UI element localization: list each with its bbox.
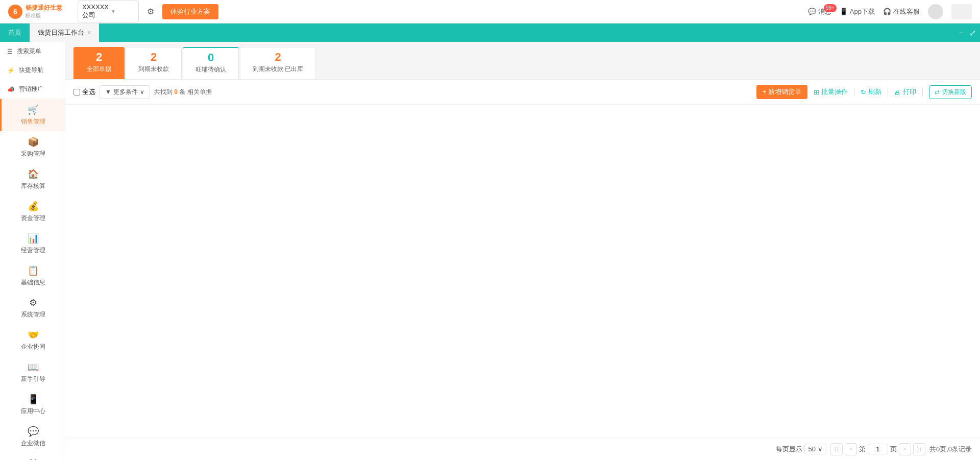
page-content: 2 全部单据 2 到期未收款 0 旺辅待确认 2 到期未收款 已出库: [65, 42, 980, 460]
batch-operation-button[interactable]: ⊞ 批量操作: [814, 87, 848, 96]
inventory-icon: 🏠: [28, 168, 39, 180]
page-size-selector: 每页显示 50 ∨: [776, 444, 826, 454]
page-number-input[interactable]: [868, 444, 888, 454]
sidebar-item-sales[interactable]: 🛒 销售管理: [0, 99, 65, 131]
stat-label-overdue: 到期未收款: [138, 65, 169, 74]
sidebar-item-member[interactable]: V 畅会员: [0, 453, 65, 460]
stat-num-overdue-shipped: 2: [275, 52, 281, 63]
sidebar-item-search-menu[interactable]: ☰ 搜索菜单: [0, 42, 65, 61]
page-navigation: ⟨⟨ ＜ 第 页 ＞ ⟩⟩: [830, 443, 925, 455]
found-count: 0: [174, 88, 178, 95]
online-service-button[interactable]: 🎧 在线客服: [883, 7, 920, 16]
logo-area: 6 畅捷通好生意 标准版: [8, 4, 74, 19]
company-selector[interactable]: XXXXXX公司 ▼: [78, 1, 139, 22]
sidebar-item-wechat[interactable]: 💬 企业微信: [0, 421, 65, 453]
message-icon: 💬: [808, 8, 816, 15]
sidebar: ☰ 搜索菜单 ⚡ 快捷导航 📣 营销推广 🛒 销售管理 📦 采购管理 🏠 库存核…: [0, 42, 65, 460]
sidebar-item-quick-nav[interactable]: ⚡ 快捷导航: [0, 61, 65, 80]
messages-button[interactable]: 💬 消息 99+: [808, 7, 831, 16]
stat-num-all: 2: [96, 52, 102, 63]
download-icon: 📱: [840, 8, 848, 15]
stat-label-all: 全部单据: [87, 65, 111, 74]
main-layout: ☰ 搜索菜单 ⚡ 快捷导航 📣 营销推广 🛒 销售管理 📦 采购管理 🏠 库存核…: [0, 42, 980, 460]
page-size-dropdown[interactable]: 50 ∨: [804, 444, 826, 454]
batch-icon: ⊞: [814, 88, 819, 96]
filter-button[interactable]: ▼ 更多条件 ∨: [100, 85, 150, 99]
logo-text: 畅捷通好生意 标准版: [26, 4, 62, 19]
content-area: 2 全部单据 2 到期未收款 0 旺辅待确认 2 到期未收款 已出库: [65, 42, 980, 460]
settings-button[interactable]: ⚙: [143, 4, 158, 19]
stats-tabs: 2 全部单据 2 到期未收款 0 旺辅待确认 2 到期未收款 已出库: [65, 42, 980, 80]
member-icon: V: [30, 458, 36, 460]
enterprise-icon: 🤝: [28, 329, 39, 341]
stat-num-overdue: 2: [151, 52, 157, 63]
page-last-button[interactable]: ⟩⟩: [913, 443, 925, 455]
sidebar-item-finance[interactable]: 💰 资金管理: [0, 196, 65, 228]
avatar[interactable]: [928, 4, 943, 19]
user-name[interactable]: [951, 4, 972, 19]
finance-icon: 💰: [28, 201, 39, 212]
top-header: 6 畅捷通好生意 标准版 XXXXXX公司 ▼ ⚙ 体验行业方案 💬 消息 99…: [0, 0, 980, 23]
stat-num-wangfu: 0: [208, 52, 214, 63]
stat-tab-overdue-shipped[interactable]: 2 到期未收款 已出库: [240, 47, 316, 79]
service-icon: 🎧: [883, 8, 891, 15]
sidebar-item-purchase[interactable]: 📦 采购管理: [0, 131, 65, 163]
select-all-checkbox[interactable]: 全选: [74, 87, 95, 96]
sidebar-item-marketing[interactable]: 📣 营销推广: [0, 80, 65, 99]
tab-home[interactable]: 首页: [0, 23, 30, 42]
system-icon: ⚙: [29, 297, 37, 308]
add-sales-order-button[interactable]: + 新增销货单: [756, 85, 807, 99]
app-center-icon: 📱: [28, 394, 39, 405]
refresh-button[interactable]: ↻ 刷新: [861, 87, 881, 96]
filter-icon: ▼: [105, 88, 111, 95]
logo-icon: 6: [8, 5, 22, 19]
sidebar-item-enterprise[interactable]: 🤝 企业协同: [0, 324, 65, 356]
refresh-icon: ↻: [861, 88, 866, 96]
nav-actions: － ⤢: [957, 28, 980, 38]
expand-icon[interactable]: ⤢: [969, 28, 976, 38]
divider: [854, 88, 854, 96]
stat-tab-wangfu[interactable]: 0 旺辅待确认: [183, 47, 239, 79]
stat-label-wangfu: 旺辅待确认: [195, 65, 226, 74]
switch-icon: ⇄: [935, 88, 940, 95]
sidebar-item-app-center[interactable]: 📱 应用中心: [0, 389, 65, 421]
app-download-button[interactable]: 📱 App下载: [840, 7, 875, 16]
toolbar-right: + 新增销货单 ⊞ 批量操作 ↻ 刷新 🖨 打印: [756, 85, 972, 99]
dropdown-arrow-icon: ∨: [818, 445, 823, 453]
sidebar-item-operations[interactable]: 📊 经营管理: [0, 228, 65, 260]
gear-icon: ⚙: [147, 7, 154, 16]
stat-label-overdue-shipped: 到期未收款 已出库: [253, 65, 303, 74]
wechat-icon: 💬: [28, 426, 39, 437]
select-all-input[interactable]: [74, 89, 80, 95]
stat-tab-all[interactable]: 2 全部单据: [74, 47, 125, 79]
switch-version-button[interactable]: ⇄ 切换新版: [929, 85, 972, 99]
page-first-button[interactable]: ⟨⟨: [830, 443, 843, 455]
header-right: 💬 消息 99+ 📱 App下载 🎧 在线客服: [808, 4, 972, 19]
toolbar-left: 全选 ▼ 更多条件 ∨ 共找到 0 条 相关单据: [74, 85, 752, 99]
table-area: [65, 105, 980, 438]
tab-close-icon[interactable]: ×: [87, 29, 91, 36]
chevron-down-icon: ▼: [111, 9, 134, 14]
sidebar-top-items: ☰ 搜索菜单 ⚡ 快捷导航 📣 营销推广: [0, 42, 65, 99]
stat-tab-overdue[interactable]: 2 到期未收款: [126, 47, 182, 79]
sidebar-item-system[interactable]: ⚙ 系统管理: [0, 292, 65, 324]
sidebar-item-basic-info[interactable]: 📋 基础信息: [0, 260, 65, 292]
sidebar-item-inventory[interactable]: 🏠 库存核算: [0, 163, 65, 196]
minimize-icon[interactable]: －: [957, 28, 965, 38]
pagination: 每页显示 50 ∨ ⟨⟨ ＜ 第 页 ＞ ⟩⟩ 共0页,0条记录: [65, 438, 980, 460]
message-badge: 99+: [824, 4, 837, 12]
sidebar-item-guide[interactable]: 📖 新手引导: [0, 356, 65, 389]
operations-icon: 📊: [28, 233, 39, 244]
page-prev-button[interactable]: ＜: [845, 443, 857, 455]
trial-button[interactable]: 体验行业方案: [162, 4, 218, 19]
sales-icon: 🛒: [28, 104, 39, 115]
tab-workbench[interactable]: 钱货日清工作台 ×: [30, 23, 99, 42]
print-button[interactable]: 🖨 打印: [894, 87, 916, 96]
basic-info-icon: 📋: [28, 265, 39, 276]
toolbar: 全选 ▼ 更多条件 ∨ 共找到 0 条 相关单据 + 新增销货单: [65, 80, 980, 105]
divider3: [922, 88, 923, 96]
print-icon: 🖨: [894, 88, 901, 96]
page-next-button[interactable]: ＞: [899, 443, 911, 455]
total-records: 共0页,0条记录: [929, 445, 972, 454]
nav-tabs-bar: 首页 钱货日清工作台 × － ⤢: [0, 23, 980, 42]
